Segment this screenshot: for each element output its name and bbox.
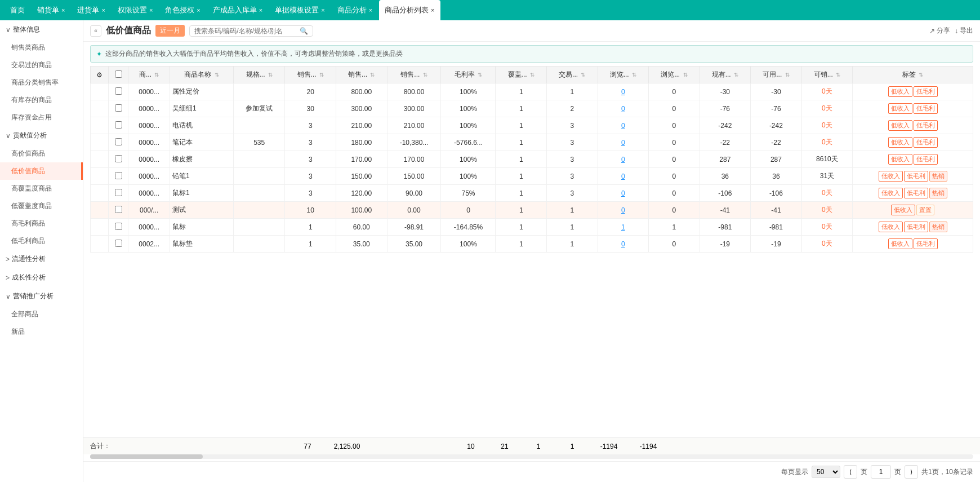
cell-browse1[interactable]: 0 [598, 168, 649, 185]
cell-browse1[interactable]: 0 [598, 117, 649, 134]
browse-link[interactable]: 0 [621, 156, 625, 163]
scrollbar-area[interactable] [90, 454, 973, 459]
browse-link[interactable]: 0 [621, 189, 625, 197]
cell-browse1[interactable]: 0 [598, 185, 649, 202]
nav-inventory[interactable]: 产成品入库单 × [207, 0, 268, 20]
search-icon[interactable]: 🔍 [300, 27, 308, 35]
cell-checkbox[interactable] [109, 134, 128, 151]
browse-link[interactable]: 0 [621, 173, 625, 180]
cell-browse1[interactable]: 1 [598, 219, 649, 236]
browse-link[interactable]: 0 [621, 240, 625, 248]
nav-home[interactable]: 首页 [5, 0, 30, 20]
close-icon[interactable]: × [197, 7, 200, 14]
cell-browse1[interactable]: 0 [598, 134, 649, 151]
cell-browse1[interactable]: 0 [598, 83, 649, 100]
cell-browse1[interactable]: 0 [598, 151, 649, 168]
page-input[interactable] [871, 465, 891, 479]
close-icon[interactable]: × [431, 7, 434, 14]
select-all-checkbox[interactable] [115, 70, 122, 78]
sidebar-item-category-rate[interactable]: 商品分类销售率 [0, 74, 83, 91]
close-icon[interactable]: × [259, 7, 262, 14]
browse-link[interactable]: 0 [621, 139, 625, 147]
cell-checkbox[interactable] [109, 185, 128, 202]
nav-permissions[interactable]: 权限设置 × [112, 0, 158, 20]
sidebar-item-low-coverage[interactable]: 低覆盖度商品 [0, 197, 83, 215]
cell-browse1[interactable]: 0 [598, 202, 649, 219]
nav-template[interactable]: 单据模板设置 × [269, 0, 330, 20]
col-margin[interactable]: 毛利率 ⇅ [441, 67, 496, 83]
row-checkbox[interactable] [115, 189, 122, 196]
sidebar-item-all-goods[interactable]: 全部商品 [0, 306, 83, 323]
nav-purchase-order[interactable]: 进货单 × [72, 0, 110, 20]
close-icon[interactable]: × [321, 7, 324, 14]
col-sales-amount[interactable]: 销售... ⇅ [336, 67, 387, 83]
col-code[interactable]: 商... ⇅ [128, 67, 170, 83]
cell-browse1[interactable]: 0 [598, 100, 649, 117]
row-checkbox[interactable] [115, 223, 122, 230]
per-page-select[interactable]: 50 100 200 [812, 466, 840, 478]
sidebar-item-low-value[interactable]: 低价值商品 [0, 162, 83, 180]
col-gear[interactable]: ⚙ [91, 67, 109, 83]
col-trade[interactable]: 交易... ⇅ [547, 67, 598, 83]
search-input[interactable] [194, 27, 300, 35]
sidebar-item-new-goods[interactable]: 新品 [0, 323, 83, 341]
row-checkbox[interactable] [115, 155, 122, 162]
export-button[interactable]: ↓ 导出 [955, 26, 973, 36]
sidebar-section-growth[interactable]: > 成长性分析 [0, 268, 83, 287]
col-saleable[interactable]: 可销... ⇅ [801, 67, 853, 83]
sidebar-item-high-margin[interactable]: 高毛利商品 [0, 215, 83, 232]
col-current[interactable]: 现有... ⇅ [700, 67, 751, 83]
collapse-button[interactable]: « [90, 25, 101, 37]
first-page-button[interactable]: ⟨ [844, 465, 857, 479]
sidebar-item-low-margin[interactable]: 低毛利商品 [0, 232, 83, 250]
nav-roles[interactable]: 角色授权 × [159, 0, 206, 20]
cell-checkbox[interactable] [109, 151, 128, 168]
nav-product-analysis[interactable]: 商品分析 × [332, 0, 378, 20]
close-icon[interactable]: × [369, 7, 372, 14]
sidebar-section-circulation[interactable]: > 流通性分析 [0, 250, 83, 268]
share-button[interactable]: ↗ 分享 [929, 26, 950, 36]
sidebar-section-contribution[interactable]: ∨ 贡献值分析 [0, 126, 83, 145]
row-checkbox[interactable] [115, 104, 122, 112]
col-spec[interactable]: 规格... ⇅ [233, 67, 285, 83]
next-page-button[interactable]: ⟩ [905, 465, 918, 479]
row-checkbox[interactable] [115, 87, 122, 95]
sidebar-item-high-coverage[interactable]: 高覆盖度商品 [0, 180, 83, 197]
col-sales-profit[interactable]: 销售... ⇅ [387, 67, 441, 83]
nav-sales-order[interactable]: 销货单 × [32, 0, 70, 20]
sidebar-item-high-value[interactable]: 高价值商品 [0, 145, 83, 162]
cell-checkbox[interactable] [109, 117, 128, 134]
col-coverage[interactable]: 覆盖... ⇅ [496, 67, 547, 83]
browse-link[interactable]: 0 [621, 122, 625, 130]
scrollbar-thumb[interactable] [90, 454, 203, 459]
cell-checkbox[interactable] [109, 83, 128, 100]
row-checkbox[interactable] [115, 206, 122, 213]
sidebar-section-overall[interactable]: ∨ 整体信息 [0, 20, 83, 39]
browse-link[interactable]: 0 [621, 105, 625, 113]
cell-checkbox[interactable] [109, 202, 128, 219]
col-browse2[interactable]: 浏览... ⇅ [649, 67, 700, 83]
sidebar-item-inventory-goods[interactable]: 有库存的商品 [0, 91, 83, 109]
sidebar-item-inventory-capital[interactable]: 库存资金占用 [0, 109, 83, 126]
cell-checkbox[interactable] [109, 100, 128, 117]
col-sales-qty[interactable]: 销售... ⇅ [285, 67, 336, 83]
col-name[interactable]: 商品名称 ⇅ [170, 67, 233, 83]
nav-product-analysis-list[interactable]: 商品分析列表 × [379, 0, 440, 20]
browse-link[interactable]: 1 [621, 223, 625, 231]
close-icon[interactable]: × [61, 7, 65, 14]
browse-link[interactable]: 0 [621, 88, 625, 96]
row-checkbox[interactable] [115, 121, 122, 129]
filter-recent-month-button[interactable]: 近一月 [155, 25, 185, 37]
close-icon[interactable]: × [149, 7, 153, 14]
close-icon[interactable]: × [101, 7, 105, 14]
row-checkbox[interactable] [115, 138, 122, 145]
row-checkbox[interactable] [115, 172, 122, 179]
cell-checkbox[interactable] [109, 168, 128, 185]
sidebar-item-sales-goods[interactable]: 销售类商品 [0, 39, 83, 56]
cell-browse1[interactable]: 0 [598, 236, 649, 253]
cell-checkbox[interactable] [109, 219, 128, 236]
sidebar-section-marketing[interactable]: ∨ 营销推广分析 [0, 287, 83, 306]
col-checkbox[interactable] [109, 67, 128, 83]
col-tags[interactable]: 标签 ⇅ [853, 67, 973, 83]
col-browse1[interactable]: 浏览... ⇅ [598, 67, 649, 83]
